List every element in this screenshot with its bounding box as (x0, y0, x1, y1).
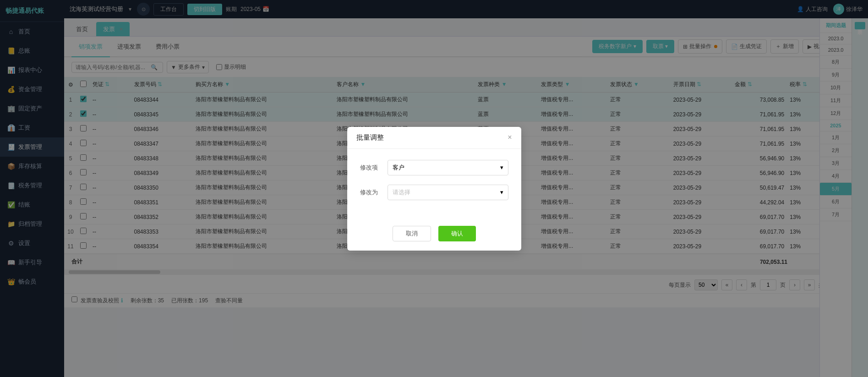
modal-footer: 取消 确认 (347, 220, 521, 251)
modal-title: 批量调整 (356, 133, 384, 142)
modal-overlay[interactable]: 批量调整 × 修改项 客户 ▾ 修改为 请选择 ▾ 取消 确认 (0, 0, 868, 377)
modal-body: 修改项 客户 ▾ 修改为 请选择 ▾ (347, 149, 521, 220)
modal-change-label: 修改为 (360, 188, 388, 197)
modal-field-select[interactable]: 客户 ▾ (388, 160, 508, 175)
modal-change-row: 修改为 请选择 ▾ (360, 185, 508, 200)
field-chevron-icon: ▾ (500, 164, 503, 171)
modal-change-select[interactable]: 请选择 ▾ (388, 185, 508, 200)
modal-close-button[interactable]: × (508, 133, 512, 142)
confirm-button[interactable]: 确认 (438, 226, 476, 241)
modal-header: 批量调整 × (347, 127, 521, 149)
cancel-button[interactable]: 取消 (393, 226, 431, 241)
modal-field-row: 修改项 客户 ▾ (360, 160, 508, 175)
batch-adjust-modal: 批量调整 × 修改项 客户 ▾ 修改为 请选择 ▾ 取消 确认 (347, 127, 521, 251)
modal-field-label: 修改项 (360, 164, 388, 172)
change-chevron-icon: ▾ (500, 189, 503, 196)
